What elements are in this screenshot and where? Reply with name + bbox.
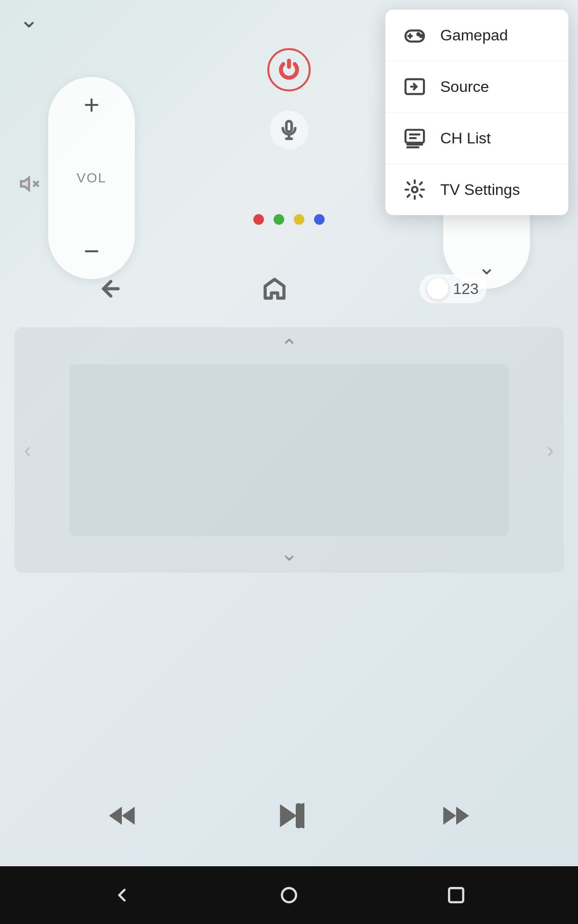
volume-up-button[interactable]: +: [84, 91, 100, 118]
svg-rect-14: [302, 804, 304, 827]
svg-rect-13: [297, 804, 301, 827]
rewind-button[interactable]: [100, 794, 144, 837]
sys-back-button[interactable]: [107, 881, 136, 910]
volume-control: + VOL −: [48, 77, 135, 279]
system-nav-bar: [0, 866, 578, 924]
menu-item-gamepad[interactable]: Gamepad: [385, 10, 568, 61]
back-button[interactable]: [92, 270, 130, 308]
color-buttons: [253, 214, 325, 225]
power-button[interactable]: [267, 48, 311, 91]
gamepad-label: Gamepad: [440, 26, 508, 44]
red-button[interactable]: [253, 214, 264, 225]
content-inner: [69, 364, 509, 536]
tvsettings-label: TV Settings: [440, 181, 520, 199]
sys-home-button[interactable]: [275, 881, 303, 910]
svg-rect-18: [449, 888, 463, 902]
volume-down-button[interactable]: −: [84, 238, 100, 265]
svg-point-22: [417, 33, 420, 36]
svg-rect-25: [406, 130, 424, 143]
svg-marker-12: [280, 804, 297, 827]
content-down-button[interactable]: ⌄: [280, 541, 298, 565]
svg-point-30: [412, 187, 418, 192]
green-button[interactable]: [274, 214, 284, 225]
toggle-knob: [427, 278, 448, 299]
sys-recent-button[interactable]: [442, 881, 471, 910]
menu-item-source[interactable]: Source: [385, 61, 568, 113]
toggle-label: 123: [453, 280, 479, 298]
fast-forward-button[interactable]: [434, 794, 478, 837]
media-controls: [0, 794, 578, 837]
yellow-button[interactable]: [294, 214, 304, 225]
svg-rect-3: [287, 121, 292, 132]
svg-marker-0: [21, 178, 29, 190]
source-label: Source: [440, 78, 489, 96]
chlist-label: CH List: [440, 129, 491, 147]
content-left-button[interactable]: ‹: [14, 428, 41, 472]
collapse-chevron[interactable]: ⌄: [19, 6, 39, 33]
home-button[interactable]: [255, 270, 294, 308]
microphone-button[interactable]: [270, 111, 308, 149]
menu-item-tvsettings[interactable]: TV Settings: [385, 164, 568, 215]
svg-marker-10: [109, 807, 122, 824]
content-up-button[interactable]: ⌃: [280, 334, 298, 359]
menu-item-chlist[interactable]: CH List: [385, 113, 568, 164]
content-right-button[interactable]: ›: [537, 428, 564, 472]
svg-marker-16: [456, 807, 469, 824]
svg-marker-11: [122, 807, 135, 824]
gamepad-icon: [403, 23, 427, 47]
source-icon: [403, 75, 427, 99]
mute-button[interactable]: [19, 173, 40, 199]
volume-label: VOL: [77, 170, 106, 186]
content-area: ⌃ ‹ › ⌄: [14, 327, 564, 573]
dropdown-menu: Gamepad Source CH List: [385, 10, 568, 215]
navigation-row: 123: [0, 270, 578, 308]
ch-list-icon: [403, 126, 427, 150]
svg-marker-15: [443, 807, 456, 824]
blue-button[interactable]: [314, 214, 325, 225]
svg-point-23: [420, 35, 422, 38]
svg-point-17: [282, 888, 296, 902]
play-pause-button[interactable]: [267, 794, 311, 837]
tv-settings-icon: [403, 178, 427, 202]
numeric-toggle[interactable]: 123: [420, 274, 486, 303]
